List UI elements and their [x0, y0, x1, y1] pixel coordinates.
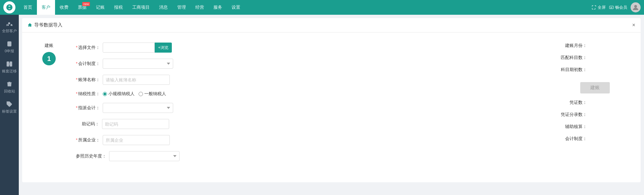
history-year-label: 参照历史年度： [76, 153, 106, 159]
info-accounting-row: 会计制度： [560, 136, 627, 142]
memo-code-row: 助记码： [76, 119, 540, 129]
member-btn[interactable]: 畅会员 [609, 5, 627, 10]
panel-header: 导爷数据导入 × [22, 18, 641, 32]
svg-point-0 [6, 4, 12, 10]
accountant-select[interactable] [103, 103, 173, 113]
company-label: *所属企业： [76, 137, 100, 143]
top-nav: 首页 客户 收费 票据 new 记账 报税 工商项目 消息 管理 经营 服务 设… [0, 0, 644, 15]
match-subject-label: 匹配科目数： [560, 55, 587, 61]
nav-operation[interactable]: 经营 [191, 0, 209, 15]
tax-type-small[interactable]: 小规模纳税人 [103, 91, 135, 97]
step-circle: 1 [42, 52, 56, 65]
ledger-name-row: *账簿名称： [76, 75, 540, 85]
ledger-name-input[interactable] [103, 75, 170, 85]
initial-subject-label: 科目期初数： [560, 67, 587, 73]
aux-label: 辅助核算： [560, 124, 587, 130]
nav-business[interactable]: 工商项目 [128, 0, 154, 15]
accounting-system-row: *会计制度： [76, 59, 540, 69]
form-sections: *选择文件： +浏览 *会计制度： [76, 43, 627, 167]
file-row: *选择文件： +浏览 [76, 43, 540, 53]
match-subject-row: 匹配科目数： [560, 55, 627, 61]
svg-point-6 [8, 103, 8, 103]
main-layout: 全部客户 0申报 账套迁移 回收站 标签设置 [0, 15, 644, 195]
fullscreen-btn[interactable]: 全屏 [592, 5, 606, 10]
close-button[interactable]: × [632, 22, 635, 28]
memo-code-label: 助记码： [76, 121, 99, 127]
nav-customer[interactable]: 客户 [37, 0, 55, 15]
history-year-select[interactable] [109, 151, 180, 161]
tax-type-row: *纳税性质： 小规模纳税人 一般纳税人 [76, 91, 540, 97]
file-label: *选择文件： [76, 45, 100, 51]
accountant-label: *指派会计： [76, 105, 100, 111]
users-icon [6, 20, 13, 27]
nav-tax[interactable]: 报税 [109, 0, 128, 15]
content-area: 导爷数据导入 × 建账 1 *选择文件： [19, 15, 644, 195]
import-panel: 导爷数据导入 × 建账 1 *选择文件： [22, 18, 641, 182]
nav-message[interactable]: 消息 [154, 0, 172, 15]
file-input[interactable] [103, 43, 155, 53]
info-accounting-label: 会计制度： [560, 136, 587, 142]
build-btn-row: 建账 [560, 79, 627, 93]
app-logo[interactable] [3, 1, 15, 13]
aux-row: 辅助核算： [560, 124, 627, 130]
tag-icon [6, 101, 13, 108]
sidebar: 全部客户 0申报 账套迁移 回收站 标签设置 [0, 15, 19, 195]
sidebar-item-trash[interactable]: 回收站 [0, 78, 19, 96]
tax-type-general[interactable]: 一般纳税人 [139, 91, 166, 97]
accounting-system-label: *会计制度： [76, 61, 100, 67]
form-col-right: 建账月份： 匹配科目数： 科目期初数： 建账 凭证数： [560, 43, 627, 167]
nav-service[interactable]: 服务 [209, 0, 227, 15]
file-input-wrap: +浏览 [103, 43, 172, 53]
svg-rect-4 [7, 62, 9, 66]
tax-type-general-radio[interactable] [139, 92, 143, 96]
ledger-name-label: *账簿名称： [76, 77, 100, 83]
voucher-records-label: 凭证分录数： [560, 112, 587, 118]
migrate-icon [6, 60, 13, 68]
tax-type-label: *纳税性质： [76, 91, 100, 97]
form-col-left: *选择文件： +浏览 *会计制度： [76, 43, 540, 167]
step-label: 建账 [45, 43, 53, 49]
sidebar-item-all-customers[interactable]: 全部客户 [0, 17, 19, 36]
build-month-row: 建账月份： [560, 43, 627, 49]
history-year-row: 参照历史年度： [76, 151, 540, 161]
nav-ticket[interactable]: 票据 new [73, 0, 91, 15]
build-account-button[interactable]: 建账 [580, 82, 610, 93]
voucher-row: 凭证数： [560, 100, 627, 106]
avatar[interactable] [631, 2, 641, 12]
voucher-label: 凭证数： [560, 100, 587, 106]
browse-button[interactable]: +浏览 [155, 43, 172, 53]
trash-icon [6, 80, 13, 88]
sidebar-item-migrate[interactable]: 账套迁移 [0, 58, 19, 76]
sidebar-item-tags[interactable]: 标签设置 [0, 98, 19, 117]
report-icon [6, 40, 13, 48]
tax-type-radio-group: 小规模纳税人 一般纳税人 [103, 91, 166, 97]
svg-point-2 [634, 5, 637, 8]
nav-home[interactable]: 首页 [19, 0, 37, 15]
new-badge: new [82, 2, 90, 6]
accountant-row: *指派会计： [76, 103, 540, 113]
tax-type-small-radio[interactable] [103, 92, 107, 96]
nav-settings[interactable]: 设置 [227, 0, 245, 15]
nav-right: 全屏 畅会员 [592, 2, 641, 12]
company-input[interactable] [103, 135, 170, 145]
nav-manage[interactable]: 管理 [172, 0, 191, 15]
voucher-records-row: 凭证分录数： [560, 112, 627, 118]
panel-title: 导爷数据导入 [34, 22, 62, 28]
build-month-label: 建账月份： [560, 43, 587, 49]
panel-body: 建账 1 *选择文件： +浏览 [22, 32, 641, 177]
nav-fee[interactable]: 收费 [55, 0, 73, 15]
memo-code-input[interactable] [102, 119, 169, 129]
initial-subject-row: 科目期初数： [560, 67, 627, 73]
step-section: 建账 1 [36, 43, 62, 167]
sidebar-item-report[interactable]: 0申报 [0, 38, 19, 56]
nav-items: 首页 客户 收费 票据 new 记账 报税 工商项目 消息 管理 经营 服务 设… [19, 0, 592, 15]
company-row: *所属企业： [76, 135, 540, 145]
nav-bookkeeping[interactable]: 记账 [91, 0, 109, 15]
accounting-system-select[interactable] [103, 59, 173, 69]
